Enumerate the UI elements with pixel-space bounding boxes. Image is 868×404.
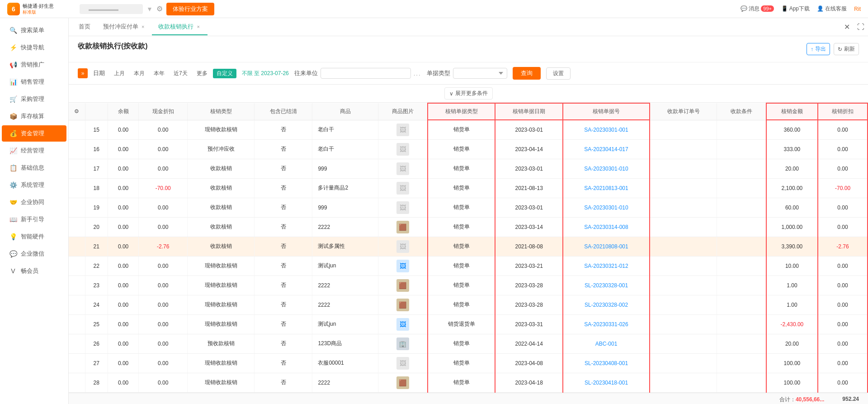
cell-doc-no: SA-20230414-017 — [563, 139, 650, 159]
sidebar-item-sales[interactable]: 📊 销售管理 — [2, 74, 66, 90]
doc-no-link[interactable]: SA-20230414-017 — [584, 146, 628, 152]
expand-more-btn[interactable]: ∨ 展开更多条件 — [444, 87, 493, 100]
cell-receipt-cond — [717, 139, 766, 159]
cell-receipt-cond — [717, 295, 766, 314]
date-pill-custom[interactable]: 自定义 — [213, 69, 236, 78]
cell-amount: 360.00 — [766, 120, 818, 139]
date-pill-this-month[interactable]: 本月 — [130, 69, 148, 78]
counterpart-field: 往来单位 ... — [294, 68, 421, 79]
cell-goods: 测试多属性 — [312, 237, 378, 256]
doc-no-link[interactable]: SA-20230301-010 — [584, 204, 628, 211]
cell-settled: 否 — [255, 353, 312, 373]
top-bar-right: 💬 消息 99+ 📱 App下载 👤 在线客服 Rit — [741, 5, 861, 13]
settings-icon[interactable]: ⚙ — [156, 5, 163, 13]
footer-total-amount: 合计：40,556,66... — [779, 396, 824, 404]
table-row: 16 0.00 0.00 预付冲应收 否 老白干 🖼 销货单 2023-04-1… — [69, 139, 868, 159]
online-service[interactable]: 👤 在线客服 — [817, 5, 847, 13]
table-area: ⚙ 余额 现金折扣 核销类型 包含已结清 商品 商品图片 核销单据类型 核销单据… — [69, 103, 868, 404]
cell-settled: 否 — [255, 334, 312, 353]
query-btn[interactable]: 查询 — [513, 67, 541, 80]
tab-writeoff[interactable]: 收款核销执行 × — [152, 19, 207, 35]
table-row: 20 0.00 0.00 收款核销 否 2222 🟫 销货单 2023-03-1… — [69, 217, 868, 237]
cell-doc-no: SA-20230331-026 — [563, 314, 650, 334]
doc-no-link[interactable]: SA-20230331-026 — [584, 321, 628, 328]
col-gear[interactable]: ⚙ — [69, 103, 85, 120]
app-download[interactable]: 📱 App下载 — [781, 5, 810, 13]
export-btn[interactable]: ↑ 导出 — [807, 43, 830, 55]
doc-no-link[interactable]: ABC-001 — [595, 341, 618, 347]
cell-balance: 0.00 — [108, 314, 138, 334]
industry-solution-btn[interactable]: 体验行业方案 — [166, 3, 214, 15]
doc-no-link[interactable]: SL-20230328-001 — [585, 282, 628, 289]
cell-goods-img: 🖼 — [378, 139, 428, 159]
notification-area[interactable]: 💬 消息 99+ — [741, 5, 774, 13]
sidebar-item-operations[interactable]: 📈 经营管理 — [2, 143, 66, 159]
cell-settled: 否 — [255, 276, 312, 295]
refresh-btn[interactable]: ↻ 刷新 — [834, 43, 859, 55]
table-row: 22 0.00 0.00 现销收款核销 否 测试jun 🖼 销货单 2023-0… — [69, 256, 868, 276]
sidebar-item-system[interactable]: ⚙️ 系统管理 — [2, 177, 66, 193]
col-doc-date: 核销单据日期 — [495, 103, 563, 120]
doc-no-link[interactable]: SA-20210813-001 — [584, 185, 628, 191]
cell-goods: 2222 — [312, 276, 378, 295]
cell-receipt-cond — [717, 334, 766, 353]
cell-goods: 2222 — [312, 373, 378, 392]
doc-no-link[interactable]: SA-20230301-001 — [584, 127, 628, 133]
receipt-type-select[interactable] — [453, 68, 507, 79]
setting-btn[interactable]: 设置 — [546, 67, 571, 80]
sidebar-item-hardware[interactable]: 💡 智能硬件 — [2, 228, 66, 245]
cell-settled: 否 — [255, 237, 312, 256]
sidebar-item-basic-info[interactable]: 📋 基础信息 — [2, 160, 66, 176]
cell-goods: 老白干 — [312, 120, 378, 139]
cell-discount: -2.76 — [818, 237, 868, 256]
doc-no-link[interactable]: SL-20230408-001 — [585, 360, 628, 366]
dropdown-icon[interactable]: ▼ — [146, 5, 153, 13]
tab-prepay-close[interactable]: × — [140, 24, 146, 30]
date-pill-this-year[interactable]: 本年 — [150, 69, 168, 78]
tab-prepay[interactable]: 预付冲应付单 × — [97, 19, 152, 35]
close-window-icon[interactable]: ✕ — [844, 23, 850, 31]
doc-no-link[interactable]: SA-20230314-008 — [584, 224, 628, 230]
sidebar-item-marketing[interactable]: 📢 营销推广 — [2, 57, 66, 73]
cell-doc-date: 2023-03-14 — [495, 217, 563, 237]
doc-no-link[interactable]: SA-20210808-001 — [584, 243, 628, 250]
cell-balance: 0.00 — [108, 120, 138, 139]
sidebar-item-inventory[interactable]: 📦 库存核算 — [2, 108, 66, 124]
cell-discount: 0.00 — [818, 353, 868, 373]
filter-expand-btn[interactable]: » — [78, 68, 88, 78]
tab-writeoff-close[interactable]: × — [195, 24, 201, 30]
date-pill-last-month[interactable]: 上月 — [110, 69, 128, 78]
sidebar-item-finance[interactable]: 💰 资金管理 — [2, 125, 66, 142]
maximize-icon[interactable]: ⛶ — [857, 23, 864, 31]
sidebar-item-search[interactable]: 🔍 搜索菜单 — [2, 22, 66, 38]
table-row: 18 0.00 -70.00 收款核销 否 多计量商品2 🖼 销货单 2021-… — [69, 178, 868, 198]
tab-bar: 首页 预付冲应付单 × 收款核销执行 × ✕ ⛶ — [69, 18, 868, 36]
sidebar-item-cooperation[interactable]: 🤝 企业协同 — [2, 194, 66, 210]
cell-discount: 0.00 — [818, 198, 868, 217]
cell-discount: 0.00 — [818, 139, 868, 159]
doc-no-link[interactable]: SL-20230418-001 — [585, 380, 628, 386]
sidebar-item-guide[interactable]: 📖 新手引导 — [2, 211, 66, 228]
doc-no-link[interactable]: SA-20230321-012 — [584, 263, 628, 269]
table-row: 19 0.00 0.00 收款核销 否 999 🖼 销货单 2023-03-01… — [69, 198, 868, 217]
sidebar-item-purchase[interactable]: 🛒 采购管理 — [2, 91, 66, 107]
user-name[interactable]: Rit — [854, 6, 861, 12]
sidebar-item-wechat[interactable]: 💬 企业微信 — [2, 246, 66, 262]
cell-doc-no: SA-20210813-001 — [563, 178, 650, 198]
date-pill-more[interactable]: 更多 — [193, 69, 211, 78]
sidebar-item-vip[interactable]: V 畅会员 — [2, 263, 66, 279]
sidebar-item-quick-nav[interactable]: ⚡ 快捷导航 — [2, 39, 66, 56]
cell-cash-discount: 0.00 — [139, 139, 188, 159]
doc-no-link[interactable]: SL-20230328-002 — [585, 302, 628, 308]
cell-doc-date: 2023-04-18 — [495, 373, 563, 392]
doc-no-link[interactable]: SA-20230301-010 — [584, 166, 628, 172]
tab-home[interactable]: 首页 — [72, 19, 97, 35]
cell-seq: 18 — [85, 178, 108, 198]
cell-goods-img: 🖼 — [378, 314, 428, 334]
counterpart-input[interactable] — [321, 68, 411, 79]
col-balance: 余额 — [108, 103, 138, 120]
filter-bar: » 日期 上月 本月 本年 近7天 更多 自定义 不限 至 2023-07-26… — [69, 62, 868, 85]
cell-receipt-cond — [717, 159, 766, 178]
cell-receipt-order — [650, 237, 717, 256]
date-pill-7days[interactable]: 近7天 — [170, 69, 191, 78]
